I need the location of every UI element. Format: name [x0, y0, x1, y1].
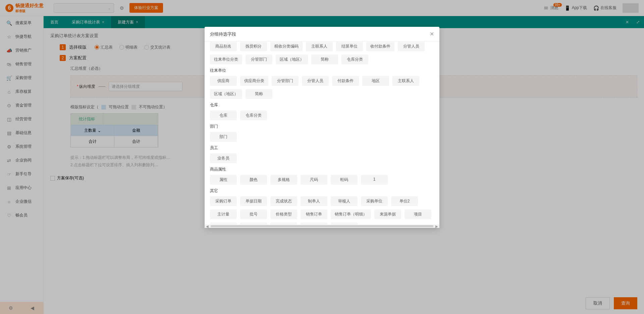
chip-row: 采购订单单据日期完成状态制单人审核人采购单位单位2: [210, 196, 434, 206]
field-chip[interactable]: 收付款条件: [366, 42, 394, 51]
modal-section-title: 仓库: [210, 102, 434, 108]
field-chip[interactable]: 供应商: [210, 76, 237, 86]
field-chip[interactable]: 供应商分类: [240, 76, 268, 86]
modal-section-title: 其它: [210, 188, 434, 194]
chip-row: 部门: [210, 132, 434, 142]
chip-row: 主计量批号价格类型销售订单销售订单（明细）来源单据项目: [210, 209, 434, 219]
close-icon[interactable]: ✕: [430, 31, 434, 37]
chip-row: 供应商供应商分类分管部门分管人员付款条件地区主联系人: [210, 76, 434, 86]
field-chip[interactable]: 分管人员: [302, 76, 329, 86]
field-chip[interactable]: 商品别名: [210, 42, 237, 51]
chip-row: 仓库仓库分类: [210, 111, 434, 120]
modal-section-title: 部门: [210, 124, 434, 129]
field-chip[interactable]: 简称: [246, 89, 272, 99]
field-chip[interactable]: 单据日期: [240, 196, 267, 206]
field-chip[interactable]: 简称: [311, 55, 338, 64]
field-chip[interactable]: 主联系人: [306, 42, 333, 51]
scroll-right-icon[interactable]: ▶: [435, 225, 438, 228]
chip-row: 商品别名拣货积分税收分类编码主联系人结算单位收付款条件分管人员: [210, 42, 434, 51]
modal-section-title: 商品属性: [210, 167, 434, 172]
chip-row: 往来单位分类分管部门区域（地区）简称仓库分类: [210, 55, 434, 64]
chip-row: 区域（地区）简称: [210, 89, 434, 99]
field-chip[interactable]: 仓库分类: [240, 111, 267, 120]
field-chip[interactable]: 鞋码: [331, 175, 358, 185]
field-chip[interactable]: 完成状态: [270, 196, 297, 206]
field-chip[interactable]: 区域（地区）: [276, 55, 308, 64]
field-chip[interactable]: 采购单位: [361, 196, 388, 206]
field-chip[interactable]: 制单人: [301, 196, 327, 206]
field-chip[interactable]: 审核人: [331, 196, 358, 206]
field-chip[interactable]: 主联系人: [392, 76, 419, 86]
field-chip[interactable]: 来源单据: [374, 209, 401, 219]
modal-header: 分组待选字段 ✕: [205, 27, 439, 42]
modal-section-title: 员工: [210, 145, 434, 151]
scroll-thumb[interactable]: [211, 225, 433, 227]
field-chip[interactable]: 仓库分类: [341, 55, 368, 64]
field-chip[interactable]: 分管部门: [246, 55, 272, 64]
field-chip[interactable]: 往来单位分类: [210, 55, 242, 64]
field-chip[interactable]: 采购订单: [210, 196, 237, 206]
modal-scrollbar-x[interactable]: ◀ ▶: [205, 225, 439, 228]
modal-title: 分组待选字段: [210, 31, 236, 37]
field-chip[interactable]: 销售订单（明细）: [331, 209, 371, 219]
field-chip[interactable]: 分管部门: [272, 76, 299, 86]
field-chip[interactable]: 结算单位: [336, 42, 363, 51]
field-chip[interactable]: 单位2: [391, 196, 418, 206]
field-chip[interactable]: 分管人员: [398, 42, 425, 51]
field-chip[interactable]: 付款条件: [332, 76, 359, 86]
chip-row: 业务员: [210, 153, 434, 163]
modal-section-title: 往来单位: [210, 68, 434, 73]
field-chip[interactable]: 多规格: [270, 175, 297, 185]
field-chip[interactable]: 尺码: [301, 175, 327, 185]
field-chip[interactable]: 税收分类编码: [270, 42, 303, 51]
field-chip[interactable]: 批号: [240, 209, 267, 219]
scroll-left-icon[interactable]: ◀: [206, 225, 209, 228]
field-selector-modal: 分组待选字段 ✕ 商品别名拣货积分税收分类编码主联系人结算单位收付款条件分管人员…: [205, 27, 439, 228]
field-chip[interactable]: 区域（地区）: [210, 89, 242, 99]
field-chip[interactable]: 部门: [210, 132, 237, 142]
field-chip[interactable]: 业务员: [210, 153, 237, 163]
field-chip[interactable]: 1: [361, 175, 388, 185]
modal-body: 商品别名拣货积分税收分类编码主联系人结算单位收付款条件分管人员往来单位分类分管部…: [205, 42, 439, 225]
field-chip[interactable]: 主计量: [210, 209, 237, 219]
field-chip[interactable]: 拣货积分: [240, 42, 267, 51]
field-chip[interactable]: 地区: [362, 76, 389, 86]
field-chip[interactable]: 属性: [210, 175, 237, 185]
field-chip[interactable]: 项目: [405, 209, 431, 219]
chip-row: 属性颜色多规格尺码鞋码1: [210, 175, 434, 185]
field-chip[interactable]: 颜色: [240, 175, 267, 185]
field-chip[interactable]: 销售订单: [301, 209, 327, 219]
field-chip[interactable]: 价格类型: [270, 209, 297, 219]
field-chip[interactable]: 仓库: [210, 111, 237, 120]
